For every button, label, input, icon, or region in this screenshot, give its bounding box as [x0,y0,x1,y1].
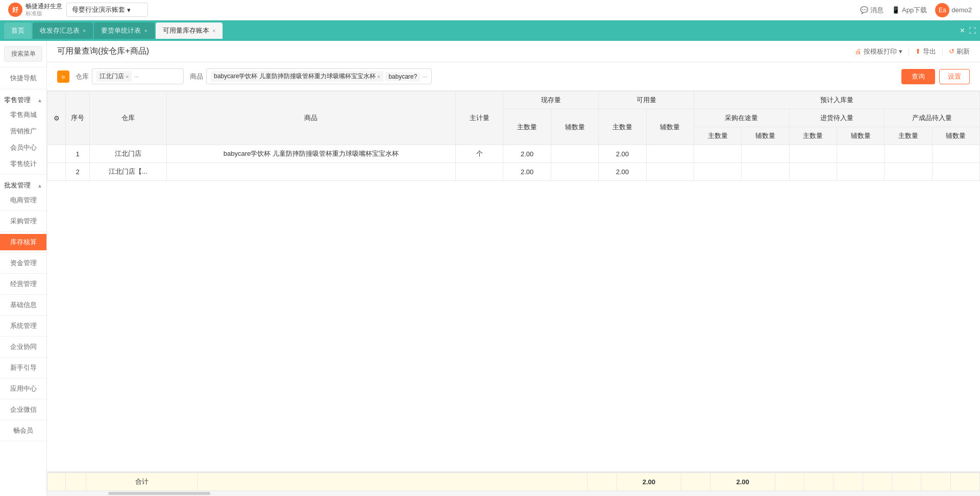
sidebar-section-appstore: 应用中心 [0,379,46,399]
warehouse-tag-remove[interactable]: × [126,74,129,80]
cell-arrival-aux [837,163,884,181]
th-arrival-group: 进货待入量 [789,109,885,127]
th-arrival-main: 主数量 [789,127,837,145]
setting-button[interactable]: 设置 [939,69,970,84]
sidebar-item-member[interactable]: 畅会员 [0,422,46,439]
warehouse-input[interactable]: 江北门店 × ··· [92,68,184,84]
footer-production-main [921,473,950,491]
sidebar-item-appstore[interactable]: 应用中心 [0,381,46,397]
logo-sub: 标准版 [26,10,62,17]
footer-table: 合计 2.00 2.00 [47,473,980,491]
search-menu-button[interactable]: 搜索菜单 [4,46,42,62]
cell-stock-aux [551,163,598,181]
message-label: 消息 [870,6,884,15]
sidebar-item-operations[interactable]: 经营管理 [0,276,46,292]
sidebar-item-purchase[interactable]: 采购管理 [0,213,46,229]
expand-icon: » [61,73,65,81]
sidebar-item-members[interactable]: 会员中心 [0,139,46,156]
tab-orders[interactable]: 要货单统计表 × [94,22,154,39]
product-more[interactable]: ··· [422,73,427,80]
tab-orders-close[interactable]: × [144,28,147,34]
cell-arrival-aux [837,145,884,163]
sidebar-section-wechat: 企业微信 [0,399,46,420]
message-button[interactable]: 💬 消息 [860,6,884,15]
page-header: 可用量查询(按仓库+商品) 🖨 按模板打印 ▾ ⬆ 导出 ↺ 刷新 [47,41,980,62]
warehouse-more[interactable]: ··· [134,73,139,80]
cell-warehouse: 江北门店 [90,145,167,163]
cell-arrival-main [789,145,837,163]
sidebar-item-basic[interactable]: 基础信息 [0,297,46,313]
app-download-button[interactable]: 📱 App下载 [892,6,927,15]
tab-receipts-close[interactable]: × [83,28,86,34]
cell-purchase-aux [742,163,789,181]
th-setting[interactable]: ⚙ [47,91,66,145]
sidebar-section-newbie: 新手引导 [0,358,46,379]
footer-available-aux [775,473,804,491]
user-menu[interactable]: Ea demo2 [935,3,972,17]
cell-purchase-main [694,163,741,181]
cell-num: 1 [66,145,90,163]
cell-stock-aux [551,145,598,163]
th-stock-main: 主数量 [503,109,551,145]
cell-setting [47,145,66,163]
export-button[interactable]: ⬆ 导出 [915,47,936,56]
footer-empty-3 [198,473,587,491]
dropdown-icon: ▾ [127,6,131,14]
print-icon: 🖨 [855,48,862,55]
sidebar-section-finance: 资金管理 [0,253,46,274]
cell-setting [47,163,66,181]
sidebar-item-retail-stats[interactable]: 零售统计 [0,156,46,172]
product-tag-1-remove[interactable]: × [377,74,380,80]
tab-home[interactable]: 首页 [4,22,32,39]
tab-inventory[interactable]: 可用量库存账本 × [156,22,223,39]
tab-fullscreen[interactable]: ⛶ [969,27,976,35]
sidebar-section-basic: 基础信息 [0,295,46,316]
table-row: 2 江北门店【... 2.00 2.00 [47,163,980,181]
tab-inventory-close[interactable]: × [212,28,215,34]
query-button[interactable]: 查询 [901,69,935,84]
sidebar-section-wholesale-title: 批发管理 [4,181,31,190]
sidebar-section-system: 系统管理 [0,316,46,337]
cell-available-aux [646,145,694,163]
scrollbar-thumb[interactable] [108,492,210,495]
sidebar-section-retail-header[interactable]: 零售管理 ▲ [0,91,46,107]
tab-close-all[interactable]: × [960,26,965,35]
sidebar-item-ecommerce[interactable]: 电商管理 [0,192,46,208]
export-icon: ⬆ [915,48,921,55]
sidebar-item-system[interactable]: 系统管理 [0,318,46,334]
cell-available-main: 2.00 [599,163,646,181]
sidebar-section-wholesale-header[interactable]: 批发管理 ▲ [0,177,46,192]
th-production-group: 产成品待入量 [885,109,980,127]
divider-2 [942,48,943,56]
product-filter-group: 商品 babycare学饮杯 儿童防摔防撞吸管杯重力球吸嘴杯宝宝水杯 × bab… [190,68,432,84]
page-title: 可用量查询(按仓库+商品) [57,46,149,57]
sidebar-item-inventory[interactable]: 库存核算 [0,234,46,250]
th-purchase-group: 采购在途量 [694,109,789,127]
print-dropdown-icon[interactable]: ▾ [899,48,902,55]
wholesale-expand-icon: ▲ [37,183,42,188]
sidebar-item-wechat[interactable]: 企业微信 [0,401,46,418]
scrollbar-track[interactable] [47,491,980,496]
warehouse-tag-text: 江北门店 [100,72,124,81]
sidebar-search-area: 搜索菜单 [0,41,46,67]
tab-receipts[interactable]: 收发存汇总表 × [33,22,93,39]
refresh-button[interactable]: ↺ 刷新 [949,47,970,56]
expand-button[interactable]: » [57,70,69,83]
th-product: 商品 [166,91,455,145]
main-layout: 搜索菜单 快捷导航 零售管理 ▲ 零售商城 营销推广 会员中心 零售统计 批发管… [0,41,980,496]
sidebar-item-enterprise[interactable]: 企业协同 [0,339,46,355]
page-actions: 🖨 按模板打印 ▾ ⬆ 导出 ↺ 刷新 [855,47,970,56]
store-selector[interactable]: 母婴行业演示账套 ▾ [66,3,148,17]
sidebar-item-quick-nav[interactable]: 快捷导航 [0,69,46,87]
nav-tabs: 首页 收发存汇总表 × 要货单统计表 × 可用量库存账本 × × ⛶ [0,20,980,41]
sidebar-item-retail-store[interactable]: 零售商城 [0,107,46,123]
cell-arrival-main [789,163,837,181]
print-label: 按模板打印 [864,47,897,56]
sidebar-item-finance[interactable]: 资金管理 [0,255,46,271]
sidebar-item-newbie[interactable]: 新手引导 [0,360,46,376]
warehouse-tag-1: 江北门店 × [96,71,132,82]
product-input[interactable]: babycare学饮杯 儿童防摔防撞吸管杯重力球吸嘴杯宝宝水杯 × babyca… [206,68,432,84]
table-container[interactable]: ⚙ 序号 仓库 商品 主计量 现存量 可用量 预计入库量 主数量 辅数量 主数量… [47,91,980,471]
print-button[interactable]: 🖨 按模板打印 ▾ [855,47,902,56]
sidebar-item-marketing[interactable]: 营销推广 [0,123,46,139]
